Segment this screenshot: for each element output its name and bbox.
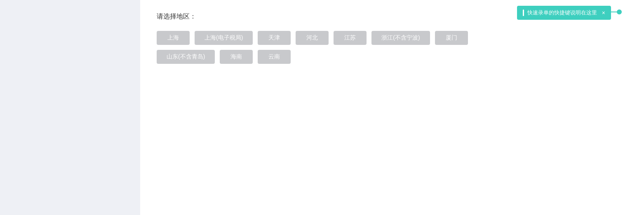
- region-row-1: 上海上海(电子税局)天津河北江苏浙江(不含宁波)厦门: [157, 31, 628, 45]
- close-icon[interactable]: ×: [602, 9, 605, 16]
- sidebar: [0, 0, 140, 215]
- region-button[interactable]: 上海: [157, 31, 190, 45]
- region-button[interactable]: 河北: [296, 31, 329, 45]
- tooltip-text: 快速录单的快捷键说明在这里: [527, 9, 597, 16]
- region-button[interactable]: 天津: [258, 31, 291, 45]
- main-content: 请选择地区： 上海上海(电子税局)天津河北江苏浙江(不含宁波)厦门 山东(不含青…: [140, 0, 644, 215]
- region-button[interactable]: 上海(电子税局): [195, 31, 253, 45]
- tooltip-banner: 快速录单的快捷键说明在这里 ×: [517, 6, 611, 20]
- region-button[interactable]: 浙江(不含宁波): [371, 31, 430, 45]
- region-button[interactable]: 厦门: [435, 31, 468, 45]
- tooltip-bar: [523, 9, 524, 16]
- tooltip-dot: [617, 9, 622, 14]
- region-button[interactable]: 江苏: [334, 31, 367, 45]
- region-button[interactable]: 云南: [258, 50, 291, 64]
- region-button[interactable]: 海南: [220, 50, 253, 64]
- region-row-2: 山东(不含青岛)海南云南: [157, 50, 628, 64]
- region-button[interactable]: 山东(不含青岛): [157, 50, 215, 64]
